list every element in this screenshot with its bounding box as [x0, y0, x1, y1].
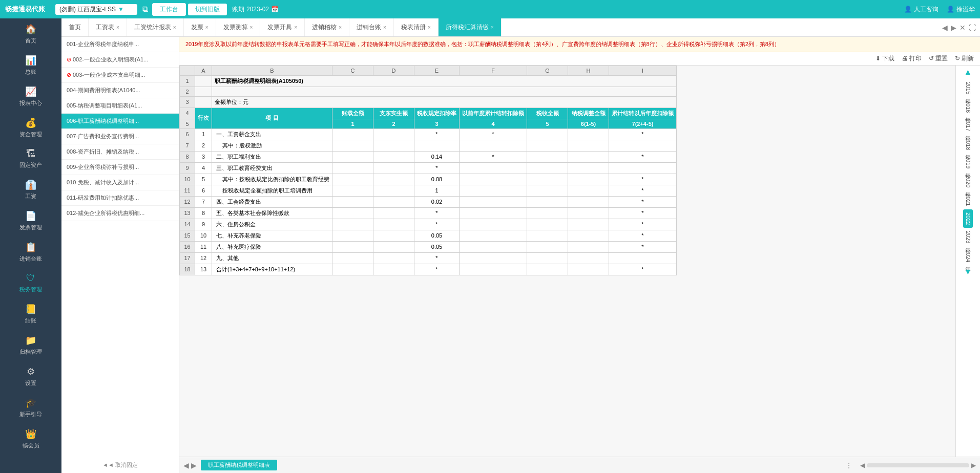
sidebar-item-settings[interactable]: ⚙ 设置	[0, 361, 61, 392]
tab-close-invoice-open[interactable]: ×	[294, 25, 297, 30]
cell-12-e[interactable]: 0.02	[414, 196, 460, 207]
cell-9-f[interactable]	[460, 162, 527, 174]
doc-item-001[interactable]: 001-企业所得税年度纳税申...	[61, 37, 179, 52]
cell-10-i[interactable]: *	[609, 174, 677, 185]
sidebar-item-purchase[interactable]: 📋 进销台账	[0, 236, 61, 268]
cell-16-h[interactable]	[568, 241, 609, 252]
cell-9-g[interactable]	[527, 162, 568, 174]
cell-14-f[interactable]	[460, 219, 527, 230]
cell-11-xm[interactable]: 按税收规定全额扣除的职工培训费用	[212, 185, 332, 196]
calendar-icon[interactable]: 📅	[271, 6, 279, 13]
cell-7-xm[interactable]: 其中：股权激励	[212, 140, 332, 151]
cell-8-h[interactable]	[568, 151, 609, 162]
more-options-icon[interactable]: ⋮	[846, 462, 852, 469]
cell-7-c[interactable]	[332, 140, 373, 151]
year-2017[interactable]: 2017年	[963, 116, 973, 134]
cell-12-h[interactable]	[568, 196, 609, 207]
cell-18-d[interactable]	[373, 264, 414, 275]
cell-15-d[interactable]	[373, 230, 414, 241]
cell-16-f[interactable]	[460, 241, 527, 252]
cell-11-d[interactable]	[373, 185, 414, 196]
sheet-prev-icon[interactable]: ◀	[183, 461, 189, 469]
cell-6-xm[interactable]: 一、工资薪金支出	[212, 128, 332, 140]
cell-6-h[interactable]	[568, 128, 609, 140]
cell-17-e[interactable]: *	[414, 252, 460, 264]
horizontal-scroll-right-icon[interactable]: ▶	[971, 462, 976, 469]
cell-6-g[interactable]	[527, 128, 568, 140]
cell-10-e[interactable]: 0.08	[414, 174, 460, 185]
cell-8-c[interactable]	[332, 151, 373, 162]
cell-13-e[interactable]: *	[414, 207, 460, 219]
cell-10-d[interactable]	[373, 174, 414, 185]
reset-btn[interactable]: ↺ 重置	[929, 54, 948, 63]
cell-15-h[interactable]	[568, 230, 609, 241]
tab-close-purchase-check[interactable]: ×	[339, 25, 342, 30]
horizontal-scroll-left-icon[interactable]: ◀	[860, 462, 865, 469]
doc-item-003[interactable]: ⊘003-一般企业成本支出明细...	[61, 68, 179, 83]
cell-14-xm[interactable]: 六、住房公积金	[212, 219, 332, 230]
cell-11-h[interactable]	[568, 185, 609, 196]
cell-10-xm[interactable]: 其中：按税收规定比例扣除的职工教育经费	[212, 174, 332, 185]
cell-14-h[interactable]	[568, 219, 609, 230]
tab-tax-annual[interactable]: 所得税汇算清缴 ×	[439, 18, 502, 37]
tab-scroll-right-icon[interactable]: ▶	[951, 24, 956, 32]
cell-18-h[interactable]	[568, 264, 609, 275]
cell-17-d[interactable]	[373, 252, 414, 264]
cell-18-e[interactable]: *	[414, 264, 460, 275]
year-scroll-up-icon[interactable]: ▲	[962, 66, 974, 79]
tab-maximize-icon[interactable]: ⛶	[969, 24, 976, 32]
cell-17-xm[interactable]: 九、其他	[212, 252, 332, 264]
year-2023[interactable]: 2023年	[963, 228, 973, 246]
year-2018[interactable]: 2018年	[963, 135, 973, 153]
cell-6-i[interactable]: *	[609, 128, 677, 140]
cell-10-h[interactable]	[568, 174, 609, 185]
cell-17-h[interactable]	[568, 252, 609, 264]
year-2016[interactable]: 2016年	[963, 97, 973, 116]
tab-invoice-open[interactable]: 发票开具 ×	[260, 18, 305, 37]
cell-8-g[interactable]	[527, 151, 568, 162]
tab-invoice-calc[interactable]: 发票测算 ×	[216, 18, 261, 37]
cell-13-c[interactable]	[332, 207, 373, 219]
cell-6-c[interactable]	[332, 128, 373, 140]
cell-6-f[interactable]: *	[460, 128, 527, 140]
cell-16-xm[interactable]: 八、补充医疗保险	[212, 241, 332, 252]
cell-12-g[interactable]	[527, 196, 568, 207]
cell-8-d[interactable]	[373, 151, 414, 162]
cell-8-xm[interactable]: 二、职工福利支出	[212, 151, 332, 162]
download-btn[interactable]: ⬇ 下载	[875, 54, 894, 63]
sidebar-item-invoice[interactable]: 📄 发票管理	[0, 205, 61, 236]
cell-16-i[interactable]: *	[609, 241, 677, 252]
cancel-fixed-btn[interactable]: ◄◄ 取消固定	[61, 457, 179, 473]
sidebar-item-home[interactable]: 🏠 首页	[0, 18, 61, 50]
horizontal-scrollbar[interactable]	[867, 463, 969, 467]
year-2020[interactable]: 2020年	[963, 172, 973, 190]
cell-12-i[interactable]: *	[609, 196, 677, 207]
cell-14-i[interactable]: *	[609, 219, 677, 230]
sidebar-item-close[interactable]: 📒 结账	[0, 298, 61, 330]
cell-13-f[interactable]	[460, 207, 527, 219]
cell-11-f[interactable]	[460, 185, 527, 196]
cell-13-xm[interactable]: 五、各类基本社会保障性缴款	[212, 207, 332, 219]
sidebar-item-finance[interactable]: 💰 资金管理	[0, 112, 61, 143]
user-btn[interactable]: 👤 徐溢华	[947, 5, 975, 14]
cell-14-e[interactable]: *	[414, 219, 460, 230]
cell-10-g[interactable]	[527, 174, 568, 185]
copy-icon[interactable]: ⧉	[142, 5, 148, 14]
cell-18-c[interactable]	[332, 264, 373, 275]
tab-close-salary-report[interactable]: ×	[173, 25, 176, 30]
doc-item-005[interactable]: 005-纳税调整项目明细表(A1...	[61, 98, 179, 114]
cell-8-e[interactable]: 0.14	[414, 151, 460, 162]
cell-17-c[interactable]	[332, 252, 373, 264]
doc-item-006[interactable]: 006-职工薪酬纳税调整明细...	[61, 114, 179, 129]
cell-7-d[interactable]	[373, 140, 414, 151]
cell-15-c[interactable]	[332, 230, 373, 241]
cell-16-c[interactable]	[332, 241, 373, 252]
cell-8-i[interactable]: *	[609, 151, 677, 162]
year-scroll-down-icon[interactable]: ▼	[962, 265, 974, 278]
tab-tax-forms[interactable]: 税表清册 ×	[394, 18, 439, 37]
sidebar-item-tax[interactable]: 🛡 税务管理	[0, 268, 61, 298]
cell-15-i[interactable]: *	[609, 230, 677, 241]
doc-item-008[interactable]: 008-资产折旧、摊销及纳税...	[61, 144, 179, 160]
cell-10-c[interactable]	[332, 174, 373, 185]
doc-item-004[interactable]: 004-期间费用明细表(A1040...	[61, 83, 179, 98]
